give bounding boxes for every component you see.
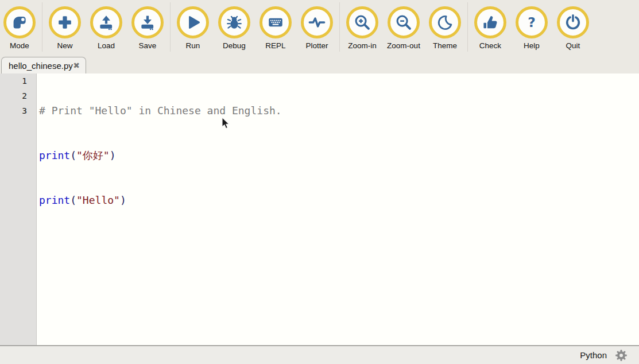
toolbar-button-label: Quit (566, 41, 580, 50)
line-number: 1 (0, 73, 27, 88)
toolbar-group-view: Zoom-in Zoom-out Theme (344, 0, 463, 50)
power-icon (557, 6, 589, 38)
punct-token: ( (70, 149, 76, 161)
thumbs-up-icon (474, 6, 506, 38)
question-icon: ? (516, 6, 548, 38)
tab-title: hello_chinese.py (9, 61, 73, 71)
toolbar-button-check[interactable]: Check (472, 0, 509, 50)
toolbar-separator (42, 2, 42, 52)
close-icon[interactable]: ✖ (73, 61, 80, 69)
toolbar-button-quit[interactable]: Quit (555, 0, 591, 50)
plus-icon (49, 6, 81, 38)
zoom-in-icon (346, 6, 378, 38)
download-icon (131, 6, 164, 38)
punct-token: ) (110, 149, 116, 161)
toolbar-button-new[interactable]: New (47, 0, 83, 50)
toolbar: Mode New (0, 0, 639, 56)
svg-text:?: ? (528, 14, 536, 30)
status-bar: Python (0, 345, 639, 364)
tab-hello-chinese[interactable]: hello_chinese.py ✖ (1, 57, 86, 73)
moon-icon (429, 6, 461, 38)
toolbar-group-file: New Load (47, 0, 166, 50)
play-icon (177, 6, 209, 38)
toolbar-button-load[interactable]: Load (88, 0, 125, 50)
toolbar-button-plotter[interactable]: Plotter (299, 0, 335, 50)
toolbar-button-zoom-in[interactable]: Zoom-in (344, 0, 381, 50)
tab-bar: hello_chinese.py ✖ (0, 56, 639, 73)
toolbar-button-label: Theme (433, 41, 457, 50)
toolbar-button-help[interactable]: ? Help (513, 0, 550, 50)
line-number: 3 (0, 103, 27, 118)
code-editor[interactable]: 1 2 3 # Print "Hello" in Chinese and Eng… (0, 73, 639, 345)
line-number-gutter: 1 2 3 (0, 73, 37, 345)
toolbar-separator (339, 2, 340, 52)
toolbar-button-mode[interactable]: Mode (1, 0, 38, 50)
upload-icon (90, 6, 122, 38)
comment-token: # Print "Hello" in Chinese and English. (39, 104, 282, 117)
toolbar-group-run: Run Debug (175, 0, 335, 50)
line-number: 2 (0, 88, 27, 103)
string-token: "Hello" (76, 194, 120, 206)
toolbar-button-label: Mode (10, 41, 29, 50)
toolbar-button-label: Plotter (305, 41, 328, 50)
toolbar-button-zoom-out[interactable]: Zoom-out (385, 0, 422, 50)
keyboard-icon (260, 6, 292, 38)
toolbar-button-debug[interactable]: Debug (216, 0, 253, 50)
toolbar-group-mode: Mode (1, 0, 38, 50)
toolbar-button-label: REPL (265, 41, 285, 50)
code-line: # Print "Hello" in Chinese and English. (39, 103, 639, 118)
toolbar-button-label: Zoom-out (387, 41, 420, 50)
string-token: "你好" (76, 149, 110, 161)
mode-icon (3, 6, 36, 38)
code-area[interactable]: # Print "Hello" in Chinese and English. … (37, 73, 639, 238)
toolbar-button-label: Zoom-in (348, 41, 377, 50)
code-line: print("Hello") (39, 193, 639, 208)
toolbar-button-label: Help (524, 41, 540, 50)
toolbar-button-theme[interactable]: Theme (427, 0, 463, 50)
toolbar-button-label: Check (479, 41, 501, 50)
gear-icon[interactable] (614, 348, 629, 363)
toolbar-group-misc: Check ? Help Quit (472, 0, 591, 50)
toolbar-button-save[interactable]: Save (129, 0, 166, 50)
punct-token: ( (70, 194, 76, 206)
toolbar-button-repl[interactable]: REPL (257, 0, 294, 50)
toolbar-button-label: Save (139, 41, 157, 50)
toolbar-button-label: Debug (223, 41, 246, 50)
punct-token: ) (120, 194, 126, 206)
toolbar-button-run[interactable]: Run (175, 0, 211, 50)
toolbar-button-label: Load (98, 41, 115, 50)
mu-editor-window: Mode New (0, 0, 639, 364)
keyword-token: print (39, 194, 70, 206)
keyword-token: print (39, 149, 70, 161)
toolbar-button-label: Run (186, 41, 200, 50)
pulse-icon (301, 6, 333, 38)
toolbar-separator (467, 2, 468, 52)
toolbar-button-label: New (57, 41, 72, 50)
bug-icon (218, 6, 250, 38)
code-line: print("你好") (39, 148, 639, 163)
zoom-out-icon (388, 6, 420, 38)
toolbar-separator (170, 2, 171, 52)
mode-status-label: Python (580, 350, 607, 360)
